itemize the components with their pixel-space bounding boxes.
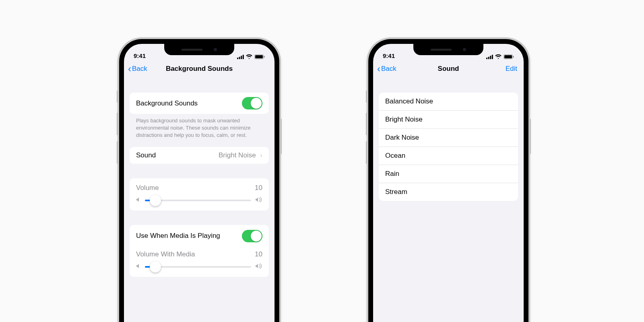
- row-sound[interactable]: Sound Bright Noise ›: [130, 147, 269, 164]
- wifi-icon: [495, 54, 502, 59]
- status-time: 9:41: [134, 52, 146, 59]
- svg-rect-5: [255, 55, 263, 58]
- back-label: Back: [381, 65, 396, 73]
- volume-down-button: [117, 141, 118, 164]
- row-label: Use When Media Is Playing: [136, 232, 220, 240]
- list-item[interactable]: Ocean: [379, 147, 518, 165]
- chevron-left-icon: ‹: [377, 64, 380, 74]
- cellular-icon: [237, 55, 244, 59]
- silent-switch: [366, 91, 367, 103]
- notch: [164, 44, 234, 55]
- back-button[interactable]: ‹ Back: [377, 60, 396, 78]
- toggle-use-when-media[interactable]: [242, 230, 262, 242]
- volume-value: 10: [255, 184, 262, 192]
- list-item-label: Bright Noise: [385, 116, 423, 123]
- speaker-low-icon: [136, 263, 141, 270]
- chevron-left-icon: ‹: [128, 64, 131, 74]
- battery-icon: [254, 54, 265, 59]
- group-background-sounds-toggle: Background Sounds: [130, 93, 269, 114]
- list-item-label: Rain: [385, 170, 399, 178]
- toggle-background-sounds[interactable]: [242, 97, 262, 109]
- back-label: Back: [132, 65, 147, 73]
- svg-rect-8: [488, 57, 489, 59]
- group-sound-list: Balanced Noise Bright Noise Dark Noise O…: [379, 93, 518, 201]
- svg-rect-10: [492, 55, 493, 59]
- chevron-right-icon: ›: [260, 151, 262, 159]
- svg-rect-12: [504, 55, 512, 58]
- battery-icon: [504, 54, 514, 59]
- list-item[interactable]: Dark Noise: [379, 128, 518, 147]
- svg-rect-13: [513, 56, 514, 58]
- row-label: Background Sounds: [136, 99, 198, 107]
- volume-slider-thumb[interactable]: [150, 195, 161, 206]
- volume-up-button: [366, 113, 367, 135]
- wifi-icon: [246, 54, 252, 59]
- silent-switch: [117, 91, 118, 103]
- list-item[interactable]: Balanced Noise: [379, 93, 518, 110]
- page-title: Background Sounds: [166, 65, 233, 73]
- speaker-high-icon: [255, 197, 262, 204]
- speaker-low-icon: [136, 197, 141, 204]
- list-item[interactable]: Bright Noise: [379, 110, 518, 128]
- footer-description: Plays background sounds to mask unwanted…: [130, 114, 269, 139]
- volume-down-button: [366, 141, 367, 164]
- svg-rect-2: [241, 56, 242, 59]
- row-use-when-media[interactable]: Use When Media Is Playing: [136, 225, 262, 245]
- status-time: 9:41: [383, 52, 395, 59]
- group-sound: Sound Bright Noise ›: [130, 147, 269, 164]
- svg-rect-9: [490, 56, 491, 59]
- volume-slider[interactable]: [145, 200, 251, 201]
- group-volume: Volume 10: [130, 178, 269, 211]
- volume-media-label: Volume With Media: [136, 250, 195, 258]
- volume-media-value: 10: [255, 250, 262, 258]
- list-item-label: Stream: [385, 188, 407, 196]
- speaker-high-icon: [255, 263, 262, 270]
- notch: [413, 44, 483, 55]
- list-item-label: Balanced Noise: [385, 97, 433, 105]
- nav-bar: ‹ Back Sound Edit: [373, 60, 524, 78]
- cellular-icon: [486, 55, 493, 59]
- volume-up-button: [117, 113, 118, 135]
- nav-bar: ‹ Back Background Sounds: [124, 60, 275, 78]
- svg-rect-6: [264, 56, 265, 58]
- back-button[interactable]: ‹ Back: [128, 60, 147, 78]
- list-item[interactable]: Rain: [379, 165, 518, 183]
- list-item-label: Dark Noise: [385, 134, 419, 141]
- svg-rect-3: [243, 55, 244, 59]
- list-item[interactable]: Stream: [379, 183, 518, 201]
- list-item-label: Ocean: [385, 152, 405, 159]
- row-background-sounds[interactable]: Background Sounds: [130, 93, 269, 114]
- edit-button[interactable]: Edit: [506, 60, 517, 78]
- svg-rect-1: [239, 57, 240, 59]
- row-label: Sound: [136, 151, 156, 159]
- row-value: Bright Noise: [219, 151, 256, 159]
- svg-rect-0: [237, 58, 238, 59]
- volume-label: Volume: [136, 184, 159, 192]
- svg-rect-7: [486, 58, 487, 59]
- volume-media-slider-thumb[interactable]: [150, 261, 161, 272]
- volume-media-slider[interactable]: [145, 266, 251, 268]
- phone-background-sounds: 9:41 ‹ Back Back: [118, 38, 280, 322]
- side-button: [280, 119, 282, 154]
- group-media: Use When Media Is Playing Volume With Me…: [130, 225, 269, 277]
- page-title: Sound: [438, 65, 459, 73]
- phone-sound-list: 9:41 ‹ Back Soun: [367, 38, 529, 322]
- side-button: [529, 119, 531, 154]
- edit-label: Edit: [506, 65, 517, 73]
